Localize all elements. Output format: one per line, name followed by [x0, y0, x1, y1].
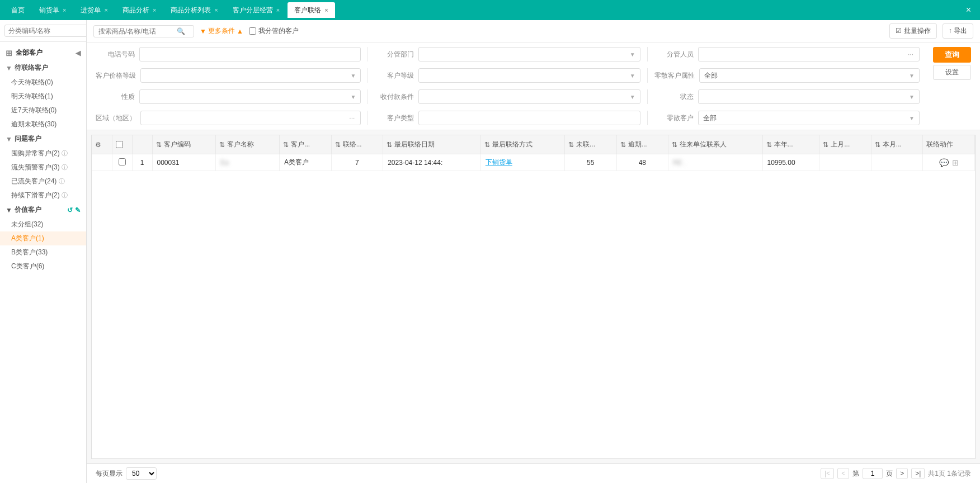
col-unit-contact[interactable]: ⇅往来单位联系人: [668, 135, 762, 154]
sidebar-item-class-c[interactable]: C类客户(6): [0, 259, 86, 273]
retail-arrow: ▼: [909, 115, 915, 121]
sidebar-item-overdue-contact[interactable]: 逾期未联络(30): [0, 117, 86, 131]
col-year-label: 本年...: [774, 140, 793, 149]
next-page-button[interactable]: >: [896, 468, 908, 479]
qr-action-icon[interactable]: ⊞: [952, 158, 959, 167]
close-product-list-tab[interactable]: ×: [214, 7, 218, 13]
col-this-year[interactable]: ⇅本年...: [762, 135, 819, 154]
total-info: 共1页 1条记录: [928, 469, 971, 479]
payment-dropdown[interactable]: ▼: [418, 89, 640, 104]
setting-button[interactable]: 设置: [933, 65, 971, 80]
nature-label: 性质: [96, 92, 135, 102]
manager-dots-icon[interactable]: ···: [906, 50, 916, 58]
main-search-input[interactable]: [98, 27, 177, 35]
col-date-label: 最后联络日期: [394, 140, 435, 149]
phone-label: 电话号码: [96, 50, 135, 59]
refresh-icon[interactable]: ↺: [67, 206, 73, 214]
section-problem-customers[interactable]: ▼ 问题客户: [0, 131, 86, 146]
price-grade-dropdown[interactable]: ▼: [140, 68, 361, 83]
select-all-checkbox[interactable]: [116, 141, 123, 148]
close-customer-contact-tab[interactable]: ×: [324, 7, 328, 13]
tab-home[interactable]: 首页: [4, 2, 31, 18]
col-this-month[interactable]: ⇅本月...: [871, 135, 923, 154]
sidebar-item-tomorrow[interactable]: 明天待联络(1): [0, 89, 86, 103]
export-button[interactable]: ↑ 导出: [943, 23, 973, 39]
col-code-label: 客户编码: [164, 140, 191, 149]
sidebar-item-unclassified[interactable]: 未分组(32): [0, 217, 86, 231]
row-last-contact-method[interactable]: 下销货单: [480, 154, 564, 171]
retail-attr-dropdown[interactable]: 全部 ▼: [699, 68, 920, 83]
my-customers-check[interactable]: [249, 27, 256, 35]
tab-product-list[interactable]: 商品分析列表 ×: [164, 2, 224, 18]
sidebar-collapse-icon[interactable]: ◀: [76, 49, 81, 57]
sidebar-item-class-b[interactable]: B类客户(33): [0, 245, 86, 259]
gear-icon[interactable]: ⚙: [95, 141, 101, 149]
col-code[interactable]: ⇅客户编码: [152, 135, 216, 154]
sidebar-item-today[interactable]: 今天待联络(0): [0, 75, 86, 89]
page-size-select[interactable]: 50 100 200: [126, 467, 157, 480]
close-sales-tab[interactable]: ×: [63, 7, 66, 13]
tab-customer-contact[interactable]: 客户联络 ×: [288, 2, 334, 18]
batch-operation-button[interactable]: ☑ 批量操作: [889, 23, 936, 39]
nature-dropdown[interactable]: ▼: [139, 89, 361, 104]
page-number-input[interactable]: [863, 468, 883, 479]
sidebar-item-7days[interactable]: 近7天待联络(0): [0, 103, 86, 117]
retail-attr-label: 零散客户属性: [654, 71, 695, 80]
col-no-contact[interactable]: ⇅未联...: [564, 135, 616, 154]
col-contact[interactable]: ⇅联络...: [331, 135, 383, 154]
row-checkbox[interactable]: [119, 158, 126, 165]
col-overdue[interactable]: ⇅逾期...: [616, 135, 668, 154]
region-input[interactable]: [144, 114, 347, 122]
message-action-icon[interactable]: 💬: [939, 158, 949, 167]
dept-dropdown[interactable]: ▼: [418, 47, 640, 61]
last-page-button[interactable]: >|: [911, 468, 925, 479]
tab-purchase[interactable]: 进货单 ×: [74, 2, 114, 18]
main-search-icon[interactable]: 🔍: [177, 27, 185, 35]
col-last-contact-method[interactable]: ⇅最后联络方式: [480, 135, 564, 154]
close-customer-segment-tab[interactable]: ×: [276, 7, 280, 13]
my-customers-checkbox[interactable]: 我分管的客户: [249, 26, 299, 36]
sidebar-all-customers[interactable]: ⊞ 全部客户 ◀: [0, 45, 86, 60]
sidebar-item-churned[interactable]: 已流失客户(24) ⓘ: [0, 174, 86, 188]
row-this-year: 10995.00: [762, 154, 819, 171]
section-problem-label: 问题客户: [15, 134, 41, 144]
col-category[interactable]: ⇅客户...: [280, 135, 332, 154]
retail-value: 全部: [703, 113, 717, 123]
prev-page-button[interactable]: <: [837, 468, 849, 479]
phone-input[interactable]: [143, 50, 357, 58]
unit-contact-blurred: RE .: [673, 159, 686, 167]
close-product-analysis-tab[interactable]: ×: [153, 7, 156, 13]
section-arrow-problem: ▼: [6, 135, 12, 143]
tab-sales[interactable]: 销货单 ×: [32, 2, 73, 18]
more-conditions-button[interactable]: ▼ 更多条件 ▲: [200, 26, 243, 36]
col-name[interactable]: ⇅客户名称: [216, 135, 280, 154]
region-dots-icon[interactable]: ···: [347, 114, 357, 122]
sidebar-item-churn-warning[interactable]: 流失预警客户(3) ⓘ: [0, 160, 86, 174]
col-last-contact-date[interactable]: ⇅最后联络日期: [383, 135, 481, 154]
query-button[interactable]: 查询: [933, 47, 971, 63]
retail-dropdown[interactable]: 全部 ▼: [698, 111, 920, 125]
tab-customer-segment[interactable]: 客户分层经营 ×: [226, 2, 286, 18]
sidebar-item-hoarding[interactable]: 囤购异常客户(2) ⓘ: [0, 146, 86, 160]
sidebar-item-declining[interactable]: 持续下滑客户(2) ⓘ: [0, 188, 86, 202]
manager-input-wrap: ···: [698, 47, 920, 61]
first-page-button[interactable]: |<: [821, 468, 834, 479]
payment-arrow: ▼: [630, 94, 635, 100]
edit-value-icon[interactable]: ✎: [75, 206, 81, 214]
filter-dept-field: 分管部门 ▼: [368, 47, 647, 61]
tab-product-analysis[interactable]: 商品分析 ×: [116, 2, 163, 18]
filter-manager-field: 分管人员 ···: [648, 47, 926, 61]
sidebar-item-class-a[interactable]: A类客户(1): [0, 231, 86, 245]
filter-customer-type-field: 客户类型: [368, 111, 647, 125]
section-pending-contact[interactable]: ▼ 待联络客户: [0, 60, 86, 75]
close-all-tabs-button[interactable]: ×: [962, 3, 976, 17]
close-purchase-tab[interactable]: ×: [104, 7, 107, 13]
col-last-month[interactable]: ⇅上月...: [819, 135, 871, 154]
col-category-label: 客户...: [291, 140, 310, 149]
sidebar-search-input[interactable]: [4, 25, 87, 37]
manager-input[interactable]: [702, 50, 906, 58]
customer-type-input[interactable]: [422, 114, 636, 122]
status-dropdown[interactable]: ▼: [698, 89, 920, 104]
customer-grade-dropdown[interactable]: ▼: [418, 68, 640, 83]
col-contact-label: 联络...: [343, 140, 362, 149]
